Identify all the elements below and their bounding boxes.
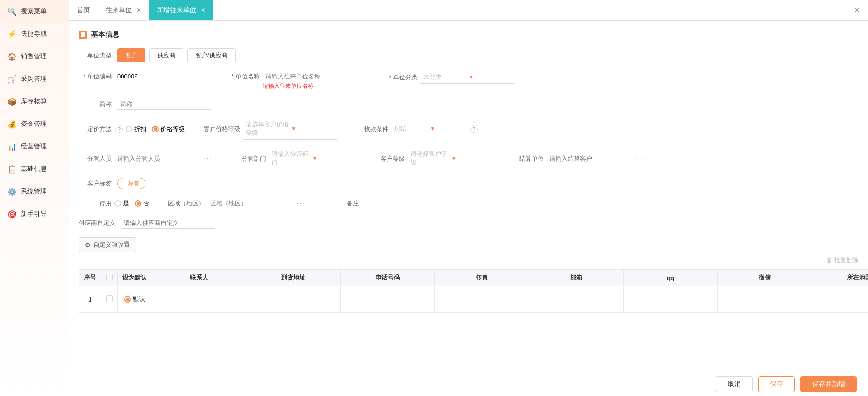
remarks-input[interactable] xyxy=(362,198,512,209)
col-email: 邮箱 xyxy=(529,270,624,286)
payment-terms-select[interactable]: 现结 ▼ xyxy=(391,123,466,135)
region-more-btn[interactable]: ··· xyxy=(295,199,307,208)
row-default[interactable]: 默认 xyxy=(118,286,152,313)
sidebar-item-inventory[interactable]: 📦 库存核算 xyxy=(0,90,69,113)
unit-btn-supplier[interactable]: 供应商 xyxy=(149,48,183,62)
cancel-button[interactable]: 取消 xyxy=(716,376,753,392)
finance-icon: 💰 xyxy=(8,119,17,129)
inventory-icon: 📦 xyxy=(8,97,17,106)
customer-level-placeholder: 请选择客户等级 xyxy=(411,150,449,167)
operations-icon: 📊 xyxy=(8,142,17,151)
tab-units-close[interactable]: ✕ xyxy=(137,7,141,14)
pricing-discount[interactable]: 折扣 xyxy=(126,125,146,133)
section-title: 基本信息 xyxy=(91,30,119,39)
department-select[interactable]: 请输入分管部门 ▼ xyxy=(269,148,353,169)
col-contact: 联系人 xyxy=(152,270,246,286)
add-tag-button[interactable]: + 标签 xyxy=(117,178,145,189)
tab-units[interactable]: 往来单位 ✕ xyxy=(98,0,149,20)
disabled-yes[interactable]: 是 xyxy=(114,199,129,208)
manager-input[interactable] xyxy=(114,153,199,164)
row-email[interactable] xyxy=(529,286,624,313)
manager-more-btn[interactable]: ··· xyxy=(202,155,214,163)
table-row: 1 默认 xyxy=(79,286,868,313)
unit-category-value: 未分类 xyxy=(423,73,466,81)
disabled-yes-label: 是 xyxy=(123,199,129,208)
row-fax[interactable] xyxy=(435,286,529,313)
payment-terms-arrow: ▼ xyxy=(430,125,464,132)
col-checkbox[interactable] xyxy=(101,270,118,286)
sidebar-item-sales[interactable]: 🏠 销售管理 xyxy=(0,45,69,68)
sidebar-item-search[interactable]: 🔍 搜索菜单 xyxy=(0,0,69,23)
search-icon: 🔍 xyxy=(8,7,17,16)
batch-delete-label[interactable]: 批量删除 xyxy=(834,256,859,264)
svg-rect-0 xyxy=(81,32,85,37)
sidebar-item-finance[interactable]: 💰 资金管理 xyxy=(0,113,69,135)
region-input[interactable] xyxy=(207,198,292,209)
pricing-level[interactable]: 价格等级 xyxy=(152,125,185,133)
disabled-label: 停用 xyxy=(79,199,112,208)
quicknav-icon: ⚡ xyxy=(8,29,17,39)
unit-code-input[interactable] xyxy=(114,71,208,82)
unit-name-error: 请输入往来单位名称 xyxy=(263,83,313,89)
close-all-tabs[interactable]: ✕ xyxy=(846,0,868,20)
row-phone[interactable] xyxy=(341,286,435,313)
form-footer: 取消 保存 保存并新增 xyxy=(69,372,868,396)
row-seq: 1 xyxy=(79,286,101,313)
disabled-no[interactable]: 否 xyxy=(135,199,149,208)
sidebar-item-label: 资金管理 xyxy=(21,120,47,128)
customer-price-select[interactable]: 请选择客户价格等级 ▼ xyxy=(243,118,337,140)
col-default: 设为默认 xyxy=(118,270,152,286)
sidebar-item-label: 基础信息 xyxy=(21,165,47,173)
sidebar-item-basicinfo[interactable]: 📋 基础信息 xyxy=(0,158,69,180)
row-wechat[interactable] xyxy=(718,286,812,313)
batch-delete-icon: 🗑 xyxy=(826,256,832,264)
customer-level-select[interactable]: 请选择客户等级 ▼ xyxy=(408,148,492,169)
tab-new-unit[interactable]: 新增往来单位 ✕ xyxy=(149,0,213,20)
row-address[interactable] xyxy=(246,286,341,313)
pricing-level-radio xyxy=(152,126,159,132)
sidebar-item-operations[interactable]: 📊 经营管理 xyxy=(0,135,69,158)
row-contact[interactable] xyxy=(152,286,246,313)
sales-icon: 🏠 xyxy=(8,52,17,61)
save-button[interactable]: 保存 xyxy=(758,376,795,392)
sidebar: 🔍 搜索菜单 ⚡ 快捷导航 🏠 销售管理 🛒 采购管理 📦 库存核算 💰 资金管… xyxy=(0,0,69,396)
unit-name-input[interactable] xyxy=(263,71,366,82)
custom-settings-button[interactable]: ⚙ 自定义项设置 xyxy=(79,237,136,252)
sidebar-item-quicknav[interactable]: ⚡ 快捷导航 xyxy=(0,23,69,45)
sidebar-item-system[interactable]: ⚙️ 系统管理 xyxy=(0,180,69,203)
department-arrow: ▼ xyxy=(312,155,350,162)
col-region: 所在地区 xyxy=(812,270,868,286)
unit-type-group: 客户 供应商 客户/供应商 xyxy=(117,48,236,62)
pricing-help-icon[interactable]: ? xyxy=(115,125,123,133)
short-name-row: 简称 xyxy=(79,99,859,110)
unit-code-label: 单位编码 xyxy=(79,72,112,81)
settlement-input[interactable] xyxy=(547,153,631,164)
supplier-custom-input[interactable] xyxy=(121,217,215,229)
contact-table: 序号 设为默认 联系人 到货地址 电话号码 传真 邮箱 qq 微信 所在地区 操… xyxy=(79,269,868,313)
section-header: 基本信息 xyxy=(79,30,859,39)
sidebar-item-purchase[interactable]: 🛒 采购管理 xyxy=(0,68,69,90)
row-qq[interactable] xyxy=(624,286,718,313)
tab-home[interactable]: 首页 xyxy=(69,0,98,20)
unit-btn-both[interactable]: 客户/供应商 xyxy=(187,48,236,62)
unit-category-select[interactable]: 未分类 ▼ xyxy=(420,71,514,84)
region-label: 区域（地区） xyxy=(168,199,205,208)
tab-bar: 首页 往来单位 ✕ 新增往来单位 ✕ ✕ xyxy=(69,0,868,21)
short-name-label: 简称 xyxy=(79,100,112,109)
unit-btn-customer[interactable]: 客户 xyxy=(117,48,145,62)
pricing-discount-radio xyxy=(126,126,132,132)
sidebar-item-guide[interactable]: 🎯 新手引导 xyxy=(0,203,69,225)
sidebar-item-label: 经营管理 xyxy=(21,142,47,151)
sidebar-item-label: 库存核算 xyxy=(21,97,47,106)
payment-terms-help[interactable]: ? xyxy=(470,125,478,133)
settlement-more-btn[interactable]: ··· xyxy=(634,155,647,163)
save-and-new-button[interactable]: 保存并新增 xyxy=(800,376,857,392)
pricing-radio-group: 折扣 价格等级 xyxy=(126,125,185,133)
col-phone: 电话号码 xyxy=(341,270,435,286)
short-name-input[interactable] xyxy=(117,99,211,110)
disabled-no-radio xyxy=(135,200,141,207)
row-region[interactable] xyxy=(812,286,868,313)
row-checkbox[interactable] xyxy=(101,286,118,313)
tab-new-unit-close[interactable]: ✕ xyxy=(201,7,206,14)
sidebar-item-label: 快捷导航 xyxy=(21,30,47,38)
